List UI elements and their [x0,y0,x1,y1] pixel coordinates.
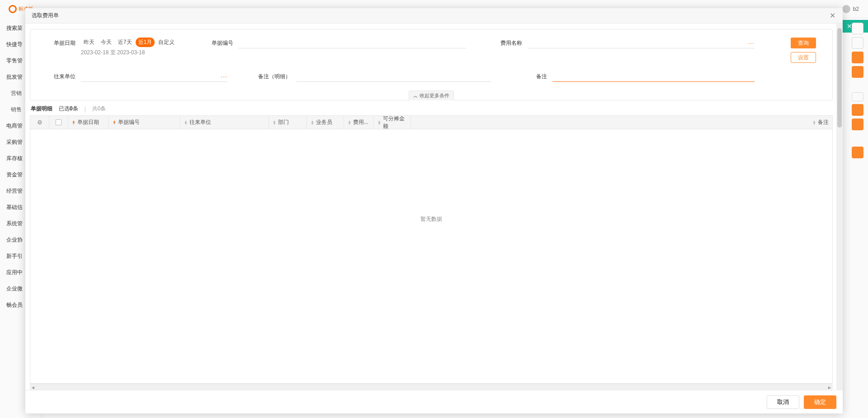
modal-body: 单据日期 昨天 今天 近7天 近1月 自定义 2023-02-18 至 2023… [25,24,843,390]
column-settings-button[interactable] [30,116,49,129]
collapse-filters-button[interactable]: ︽ 收起更多条件 [409,90,454,100]
select-all-checkbox[interactable] [49,116,68,129]
filter-party-label: 往来单位 [47,71,75,81]
sort-icon: ▲▼ [348,120,351,125]
filter-remark-detail-label: 备注（明细） [255,71,291,81]
doc-no-input[interactable] [239,38,466,48]
date-opt-yesterday[interactable]: 昨天 [81,38,97,47]
modal-header: 选取费用单 ✕ [25,8,843,24]
sort-icon: ▲▼ [812,120,816,125]
chevron-up-icon: ︽ [413,93,418,99]
date-opt-last1m[interactable]: 近1月 [136,38,155,47]
section-header: 单据明细 已选0条 | 共0条 [31,105,833,113]
col-fee[interactable]: ▲▼费用... [344,116,374,129]
sort-icon: ▲▼ [273,120,276,125]
filter-party: 往来单位 ··· [47,71,227,82]
filter-doc-no-label: 单据编号 [204,38,233,47]
filter-fee-name-label: 费用名称 [493,38,522,47]
ok-button[interactable]: 确定 [804,395,836,409]
col-remark[interactable]: ▲▼备注 [411,116,832,129]
checkbox-icon [56,119,61,125]
scroll-right-icon[interactable]: ► [827,385,832,390]
date-range-display: 2023-02-18 至 2023-03-18 [81,49,177,57]
modal-title: 选取费用单 [32,12,59,19]
horizontal-scrollbar[interactable]: ◄ ► [30,384,833,390]
modal-footer: 取消 确定 [25,390,843,413]
date-opt-last7[interactable]: 近7天 [115,38,135,47]
sort-icon: ▲▼ [72,120,75,125]
cancel-button[interactable]: 取消 [767,395,799,409]
remark-input[interactable] [552,71,755,82]
filter-date-label: 单据日期 [47,38,75,47]
filter-remark-detail: 备注（明细） [255,71,491,82]
select-fee-modal: 选取费用单 ✕ 单据日期 昨天 今天 近7天 [25,8,843,413]
sort-icon: ▲▼ [377,120,381,125]
section-title: 单据明细 [31,105,52,113]
date-opt-today[interactable]: 今天 [98,38,114,47]
filter-remark-label: 备注 [518,71,547,81]
filter-remark: 备注 [518,71,755,82]
filter-doc-no: 单据编号 [204,38,466,63]
col-amt[interactable]: ▲▼可分摊金额 [374,116,411,129]
collapse-label: 收起更多条件 [420,92,449,99]
selected-count: 已选0条 [59,105,78,113]
more-icon[interactable]: ··· [221,73,227,80]
gear-icon [37,119,43,126]
close-icon[interactable]: ✕ [828,12,836,20]
col-no[interactable]: ▲▼单据编号 [109,116,180,129]
filter-date: 单据日期 昨天 今天 近7天 近1月 自定义 2023-02-18 至 2023… [47,38,177,63]
total-count: 共0条 [92,105,106,113]
empty-state: 暂无数据 [30,215,832,223]
query-button[interactable]: 查询 [791,38,816,48]
fee-name-input[interactable] [528,38,755,48]
sort-icon: ▲▼ [184,120,188,125]
modal-overlay: 选取费用单 ✕ 单据日期 昨天 今天 近7天 [0,0,868,418]
col-unit[interactable]: ▲▼往来单位 [180,116,269,129]
remark-detail-input[interactable] [296,71,491,82]
scroll-left-icon[interactable]: ◄ [31,385,35,390]
settings-button[interactable]: 设置 [791,52,816,63]
date-opt-custom[interactable]: 自定义 [156,38,177,47]
party-input[interactable] [81,71,227,82]
sort-icon: ▲▼ [113,120,116,125]
filter-panel: 单据日期 昨天 今天 近7天 近1月 自定义 2023-02-18 至 2023… [30,29,833,100]
filter-actions: 查询 设置 [791,38,816,63]
date-range-options: 昨天 今天 近7天 近1月 自定义 [81,38,177,47]
results-table: ▲▼单据日期 ▲▼单据编号 ▲▼往来单位 ▲▼部门 ▲▼业务员 ▲▼费用... … [30,115,833,384]
col-date[interactable]: ▲▼单据日期 [68,116,109,129]
col-dept[interactable]: ▲▼部门 [269,116,307,129]
sort-icon: ▲▼ [311,120,314,125]
filter-fee-name: 费用名称 ··· [493,38,755,63]
more-icon[interactable]: ··· [748,39,755,47]
table-header: ▲▼单据日期 ▲▼单据编号 ▲▼往来单位 ▲▼部门 ▲▼业务员 ▲▼费用... … [30,116,832,129]
col-biz[interactable]: ▲▼业务员 [307,116,344,129]
